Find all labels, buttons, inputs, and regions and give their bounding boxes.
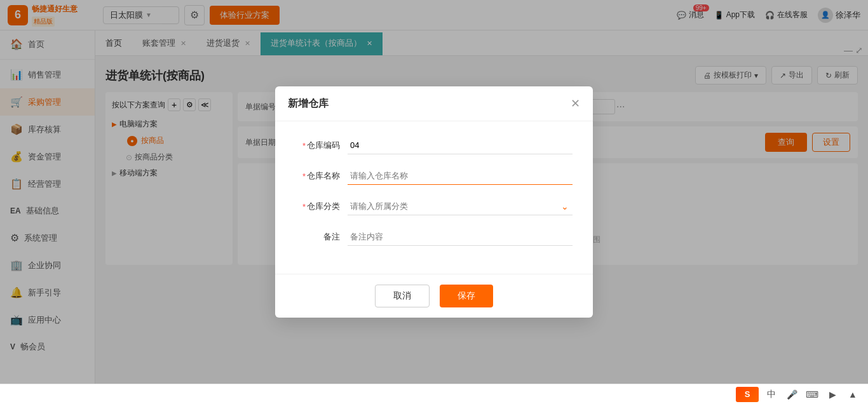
add-warehouse-modal: 新增仓库 ✕ * 仓库编码 * 仓库名称 bbox=[275, 86, 593, 318]
warehouse-code-input[interactable] bbox=[348, 137, 573, 154]
modal-header: 新增仓库 ✕ bbox=[275, 86, 593, 121]
play-icon[interactable]: ▶ bbox=[825, 387, 840, 402]
form-row-name: * 仓库名称 bbox=[295, 167, 573, 185]
required-star-cat: * bbox=[302, 202, 306, 212]
category-select-wrapper: ⌄ bbox=[348, 198, 573, 215]
bottom-bar: S 中 🎤 ⌨ ▶ ▲ bbox=[0, 384, 868, 404]
warehouse-name-input[interactable] bbox=[348, 167, 573, 185]
cancel-button[interactable]: 取消 bbox=[375, 285, 430, 307]
modal-close-button[interactable]: ✕ bbox=[571, 97, 580, 111]
s-logo: S bbox=[736, 387, 759, 402]
modal-footer: 取消 保存 bbox=[275, 274, 593, 318]
required-star: * bbox=[302, 141, 306, 151]
warehouse-note-input[interactable] bbox=[348, 228, 573, 246]
name-label: * 仓库名称 bbox=[295, 170, 340, 182]
form-row-note: 备注 bbox=[295, 228, 573, 246]
keyboard-icon[interactable]: ⌨ bbox=[804, 387, 820, 402]
modal-title: 新增仓库 bbox=[288, 97, 329, 111]
up-icon[interactable]: ▲ bbox=[845, 387, 860, 402]
note-label: 备注 bbox=[295, 231, 340, 243]
category-label: * 仓库分类 bbox=[295, 201, 340, 212]
form-row-category: * 仓库分类 ⌄ bbox=[295, 198, 573, 215]
warehouse-category-input[interactable] bbox=[348, 198, 573, 215]
code-label: * 仓库编码 bbox=[295, 140, 340, 151]
modal-body: * 仓库编码 * 仓库名称 * 仓库分类 bbox=[275, 121, 593, 274]
chinese-input-icon[interactable]: 中 bbox=[764, 387, 779, 402]
form-row-code: * 仓库编码 bbox=[295, 137, 573, 154]
mic-icon[interactable]: 🎤 bbox=[784, 387, 799, 402]
required-star-name: * bbox=[302, 172, 306, 181]
save-button[interactable]: 保存 bbox=[440, 285, 493, 307]
modal-overlay: 新增仓库 ✕ * 仓库编码 * 仓库名称 bbox=[0, 0, 868, 404]
